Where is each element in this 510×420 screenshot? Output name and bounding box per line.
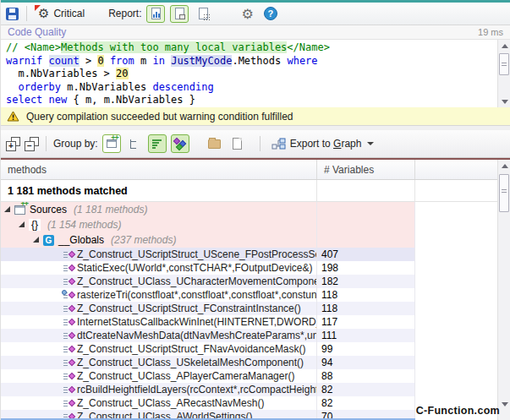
report-html-button[interactable]: [146, 5, 165, 23]
watermark: C-Function.com: [416, 405, 500, 417]
method-icon: [63, 252, 74, 258]
method-name-cell: Z_Construct_UClass_UCharacterMovementCom…: [1, 275, 317, 288]
method-diamond-icon: [69, 292, 75, 298]
method-diamond-icon: [69, 319, 75, 325]
editor-scrollbar[interactable]: [497, 40, 510, 107]
column-header-variables[interactable]: # Variables: [317, 160, 415, 179]
method-diamond-icon: [69, 386, 75, 393]
method-icon: [63, 279, 74, 285]
method-grip-icon: [63, 279, 68, 285]
method-name-cell: Z_Construct_UClass_ARecastNavMesh(): [1, 396, 317, 410]
new-document-button[interactable]: [228, 134, 247, 153]
code-token: m.NbVariables: [61, 81, 152, 93]
code-token: new: [49, 94, 68, 106]
export-graph-icon: [271, 138, 286, 150]
group-by-kind-button[interactable]: [171, 134, 189, 153]
critical-button[interactable]: ⚙ Critical: [35, 6, 88, 21]
report-matrix-button[interactable]: [194, 5, 212, 23]
group-by-hierarchy-button[interactable]: [125, 134, 144, 153]
variables-value: 82: [317, 396, 415, 410]
code-token: warnif: [6, 55, 42, 67]
method-grip-icon: [63, 387, 68, 393]
table-row[interactable]: InternetStatusCallbackWinInet(HINTERNET,…: [1, 315, 510, 329]
row-filler: [415, 275, 510, 288]
open-folder-button[interactable]: [206, 134, 224, 153]
code-line: m.NbVariables > 20: [6, 68, 493, 81]
table-row[interactable]: Z_Construct_UScriptStruct_UScene_FPostPr…: [1, 248, 510, 261]
variables-cell: [317, 202, 415, 217]
scroll-down-icon[interactable]: [498, 95, 510, 107]
table-row[interactable]: Z_Construct_UClass_USkeletalMeshComponen…: [1, 356, 510, 369]
table-row[interactable]: rcBuildHeightfieldLayers(rcContext*,rcCo…: [1, 383, 510, 396]
results-panel: methods # Variables 1 181 methods matche…: [1, 158, 510, 420]
row-filler: [415, 369, 510, 383]
method-name-cell: Z_Construct_UScriptStruct_UScene_FPostPr…: [1, 248, 317, 261]
method-name-cell: StaticExec(UWorld*,constTCHAR*,FOutputDe…: [1, 261, 317, 275]
variables-cell: [317, 232, 415, 248]
code-token: 20: [116, 68, 128, 79]
variables-value: 117: [317, 315, 415, 329]
table-row[interactable]: Z_Construct_UScriptStruct_FConstraintIns…: [1, 302, 510, 315]
code-token: m.NbVariables >: [6, 68, 116, 79]
row-filler: [415, 383, 510, 396]
table-row[interactable]: rasterizeTri(constfloat*,constfloat*,con…: [1, 288, 510, 302]
report-matrix-icon: [199, 8, 208, 19]
code-editor[interactable]: // <Name>Methods with too many local var…: [1, 40, 510, 107]
group-by-label: Group by:: [53, 138, 98, 150]
scroll-up-icon[interactable]: [498, 40, 510, 52]
method-name: rasterizeTri(constfloat*,constfloat*,con…: [77, 289, 317, 301]
folder-icon: [208, 139, 221, 149]
editor-scrollbar-thumb[interactable]: [499, 53, 509, 75]
column-header-methods[interactable]: methods: [1, 160, 317, 179]
row-filler: [415, 261, 510, 275]
collapse-all-button[interactable]: −: [25, 137, 39, 151]
tree-row[interactable]: Sources(1 181 methods): [1, 202, 510, 217]
method-grip-icon: [63, 360, 68, 366]
expander-icon[interactable]: [33, 237, 39, 243]
row-filler: [415, 302, 510, 315]
results-header-row: methods # Variables: [1, 160, 510, 180]
row-filler: [415, 288, 510, 302]
save-icon[interactable]: [6, 8, 19, 20]
variables-value: 99: [317, 342, 415, 356]
row-filler: [415, 202, 510, 217]
expander-icon[interactable]: [4, 206, 10, 212]
code-token: descending: [152, 81, 213, 93]
code-line: warnif count > 0 from m in JustMyCode.Me…: [6, 55, 493, 68]
settings-gear-icon[interactable]: ⚙: [241, 6, 253, 22]
tree-row[interactable]: {}(1 154 methods): [1, 217, 510, 232]
method-icon: [63, 346, 74, 352]
warning-icon: [7, 111, 19, 122]
variables-value: 94: [317, 356, 415, 369]
method-grip-icon: [63, 306, 68, 312]
table-row[interactable]: Z_Construct_UScriptStruct_FNavAvoidanceM…: [1, 342, 510, 356]
group-by-parent-button[interactable]: [102, 134, 121, 153]
expander-icon[interactable]: [19, 221, 25, 227]
code-line: select new { m, m.NbVariables }: [6, 94, 493, 107]
report-window-icon: [175, 8, 184, 19]
expand-all-button[interactable]: +: [6, 137, 20, 151]
help-icon[interactable]: ?: [264, 7, 277, 20]
results-scrollbar-thumb[interactable]: [499, 174, 509, 212]
report-label: Report:: [108, 8, 141, 19]
export-to-graph-button[interactable]: Export to Graph: [267, 136, 379, 151]
code-token: [104, 55, 110, 67]
code-lines: // <Name>Methods with too many local var…: [1, 40, 510, 107]
tree-row-name-cell: Sources(1 181 methods): [1, 202, 317, 217]
table-row[interactable]: StaticExec(UWorld*,constTCHAR*,FOutputDe…: [1, 261, 510, 275]
table-row[interactable]: Z_Construct_UClass_APlayerCameraManager(…: [1, 369, 510, 383]
table-row[interactable]: Z_Construct_UClass_UCharacterMovementCom…: [1, 275, 510, 288]
report-window-button[interactable]: [170, 5, 189, 23]
method-diamond-icon: [69, 400, 75, 406]
method-name: Z_Construct_UClass_USkeletalMeshComponen…: [77, 357, 304, 368]
scroll-up-icon[interactable]: [498, 160, 510, 172]
group-by-list-button[interactable]: [148, 134, 167, 153]
method-name: Z_Construct_UScriptStruct_UScene_FPostPr…: [77, 248, 317, 260]
tree-row[interactable]: G__Globals(237 methods): [1, 232, 510, 248]
method-grip-icon: [63, 252, 68, 258]
results-scrollbar[interactable]: [497, 160, 510, 420]
table-row[interactable]: dtCreateNavMeshData(dtNavMeshCreateParam…: [1, 329, 510, 342]
scroll-down-icon[interactable]: [498, 398, 510, 410]
tree-node-label: Sources: [30, 204, 67, 215]
method-diamond-icon: [69, 373, 75, 379]
